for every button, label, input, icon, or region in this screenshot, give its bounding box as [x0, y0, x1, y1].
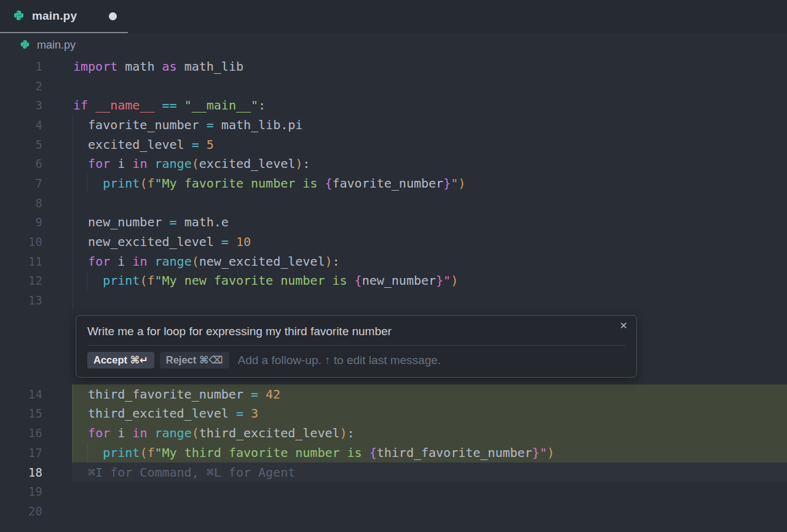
code-token: range — [154, 426, 191, 440]
accept-button[interactable]: Accept ⌘↵ — [87, 352, 154, 368]
code-token: range — [154, 156, 191, 171]
tab-bar: main.py — [0, 0, 787, 33]
line-content[interactable]: excited_level = 5 — [72, 135, 787, 154]
indent-guide — [73, 252, 73, 271]
code-token: for — [88, 426, 110, 440]
code-line-16[interactable]: 16 for i in range(third_excited_level): — [0, 423, 787, 443]
code-token: } — [443, 176, 451, 191]
code-token: excited_level — [199, 156, 296, 171]
code-token: " — [540, 445, 547, 460]
code-token — [73, 426, 88, 440]
code-line-12[interactable]: 12 print(f"My new favorite number is {ne… — [0, 271, 787, 291]
line-content[interactable]: ⌘I for Command, ⌘L for Agent — [72, 463, 787, 482]
line-content[interactable]: for i in range(third_excited_level): — [72, 423, 787, 443]
line-content[interactable]: print(f"My favorite number is {favorite_… — [72, 173, 787, 193]
followup-input[interactable] — [237, 353, 625, 368]
code-line-4[interactable]: 4 favorite_number = math_lib.pi — [0, 115, 787, 135]
code-token — [73, 254, 88, 269]
code-token: new_excited_level — [73, 234, 221, 249]
tab-main-py[interactable]: main.py — [0, 0, 128, 33]
inline-ai-dialog: Write me a for loop for expressing my th… — [76, 315, 637, 378]
line-number: 11 — [0, 255, 72, 268]
line-number: 14 — [0, 387, 72, 401]
code-line-8[interactable]: 8 — [0, 193, 787, 213]
ai-prompt-text[interactable]: Write me a for loop for expressing my th… — [76, 316, 636, 345]
line-content[interactable]: print(f"My new favorite number is {new_n… — [72, 271, 787, 291]
code-line-1[interactable]: 1import math as math_lib — [0, 57, 787, 76]
indent-guide — [73, 193, 73, 213]
line-content[interactable]: third_excited_level = 3 — [72, 404, 787, 424]
line-number: 6 — [0, 157, 72, 170]
code-token: "My new favorite number is — [154, 273, 354, 288]
code-line-17[interactable]: 17 print(f"My third favorite number is {… — [0, 443, 787, 463]
code-line-10[interactable]: 10 new_excited_level = 10 — [0, 232, 787, 252]
code-token: = — [170, 215, 177, 229]
code-token: in — [132, 254, 147, 269]
accept-label: Accept — [93, 354, 127, 366]
code-token: "My favorite number is — [154, 176, 325, 191]
code-line-14[interactable]: 14 third_favorite_number = 42 — [0, 384, 787, 404]
code-token: math_lib — [177, 59, 243, 74]
code-line-2[interactable]: 2 — [0, 76, 787, 96]
line-content[interactable] — [72, 290, 787, 310]
indent-guide — [87, 173, 88, 193]
line-number: 8 — [0, 196, 72, 210]
code-line-11[interactable]: 11 for i in range(new_excited_level): — [0, 252, 787, 271]
code-token: "My third favorite number is — [154, 445, 369, 460]
code-line-7[interactable]: 7 print(f"My favorite number is {favorit… — [0, 173, 787, 193]
breadcrumb[interactable]: main.py — [0, 33, 787, 57]
code-token: ) — [547, 445, 555, 460]
code-token: 5 — [207, 137, 214, 152]
code-token: " — [443, 273, 451, 288]
code-token: print — [103, 445, 140, 460]
line-content[interactable]: for i in range(new_excited_level): — [72, 252, 787, 271]
code-token: excited_level — [73, 137, 192, 152]
code-token: 42 — [266, 387, 280, 402]
code-token: print — [103, 273, 140, 288]
code-token: math — [117, 59, 162, 74]
code-token — [147, 426, 154, 440]
code-token — [73, 273, 103, 288]
code-token: : — [347, 426, 355, 440]
code-token: "__main__" — [184, 98, 258, 113]
line-content[interactable]: favorite_number = math_lib.pi — [72, 115, 787, 135]
line-content[interactable] — [72, 193, 787, 213]
code-token: i — [110, 156, 132, 171]
line-content[interactable]: third_favorite_number = 42 — [72, 384, 787, 404]
indent-guide — [73, 115, 73, 135]
code-line-18[interactable]: 18 ⌘I for Command, ⌘L for Agent — [0, 463, 787, 482]
line-number: 16 — [0, 426, 72, 440]
line-content[interactable]: print(f"My third favorite number is {thi… — [72, 443, 787, 463]
line-content[interactable] — [72, 501, 787, 521]
line-content[interactable]: new_number = math.e — [72, 213, 787, 232]
code-line-13[interactable]: 13 — [0, 290, 787, 310]
code-token: ( — [192, 254, 199, 269]
code-line-20[interactable]: 20 — [0, 501, 787, 521]
code-line-6[interactable]: 6 for i in range(excited_level): — [0, 154, 787, 173]
line-content[interactable]: if __name__ == "__main__": — [72, 95, 787, 115]
line-content[interactable]: for i in range(excited_level): — [72, 154, 787, 173]
code-token: for — [88, 156, 110, 171]
code-line-5[interactable]: 5 excited_level = 5 — [0, 135, 787, 154]
modified-dot-icon[interactable] — [109, 12, 117, 20]
indent-guide — [73, 213, 73, 232]
close-icon[interactable]: ✕ — [618, 319, 630, 333]
code-token: : — [258, 98, 266, 113]
line-content[interactable] — [72, 482, 787, 501]
code-line-3[interactable]: 3if __name__ == "__main__": — [0, 95, 787, 115]
line-number: 3 — [0, 98, 72, 112]
code-token: new_number — [73, 215, 170, 229]
code-token — [88, 98, 95, 113]
code-token: print — [103, 176, 140, 191]
code-token: == — [162, 98, 177, 113]
line-content[interactable]: new_excited_level = 10 — [72, 232, 787, 252]
line-number: 19 — [0, 485, 72, 498]
code-line-9[interactable]: 9 new_number = math.e — [0, 213, 787, 232]
code-line-19[interactable]: 19 — [0, 482, 787, 501]
line-number: 13 — [0, 293, 72, 307]
reject-button[interactable]: Reject ⌘⌫ — [160, 352, 229, 368]
line-content[interactable] — [72, 76, 787, 96]
code-token: ) — [325, 254, 332, 269]
code-line-15[interactable]: 15 third_excited_level = 3 — [0, 404, 787, 424]
line-content[interactable]: import math as math_lib — [72, 57, 787, 76]
